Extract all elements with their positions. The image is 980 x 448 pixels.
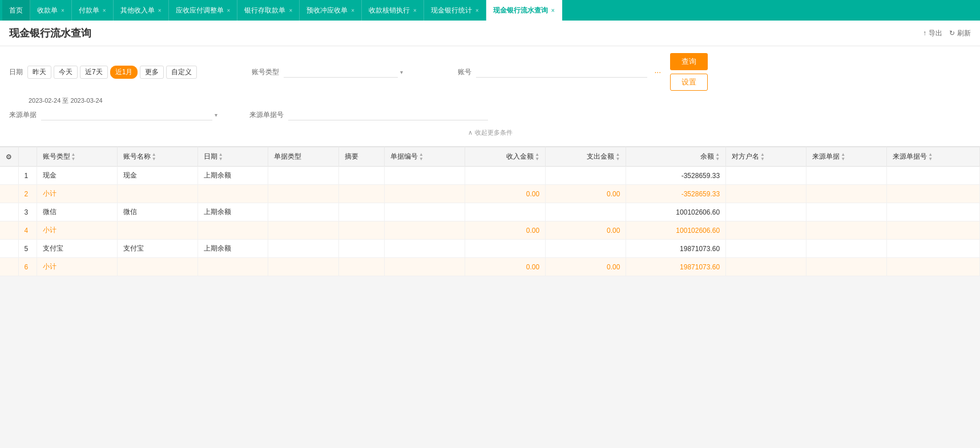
chevron-down-icon[interactable]: ▾ <box>400 69 403 75</box>
nav-tab-payment[interactable]: 付款单 × <box>72 0 114 21</box>
nav-tab-payment-label: 付款单 <box>79 6 99 15</box>
th-source-doc[interactable]: 来源单据▲▼ <box>806 147 887 167</box>
close-icon[interactable]: × <box>413 7 417 14</box>
nav-tab-other-income[interactable]: 其他收入单 × <box>114 0 169 21</box>
th-income[interactable]: 收入金额▲▼ <box>465 147 546 167</box>
th-doc-no[interactable]: 单据编号▲▼ <box>384 147 465 167</box>
source-doc-no-input[interactable] <box>288 110 488 120</box>
nav-tab-receipt-label: 收款单 <box>37 6 58 15</box>
filter-area: 日期 昨天 今天 近7天 近1月 更多 自定义 账号类型 ▾ 账号 ··· <box>0 46 980 147</box>
th-index <box>18 147 37 167</box>
refresh-icon: ↻ <box>949 29 955 37</box>
nav-tab-verify-label: 收款核销执行 <box>369 6 410 15</box>
header-actions: ↑ 导出 ↻ 刷新 <box>923 29 971 38</box>
account-input[interactable] <box>476 67 647 78</box>
source-doc-no-label: 来源单据号 <box>249 110 284 120</box>
account-type-input[interactable] <box>284 67 398 78</box>
source-doc-label: 来源单据 <box>9 110 37 120</box>
close-icon[interactable]: × <box>158 7 162 14</box>
account-filter: 账号 ··· <box>458 67 661 78</box>
date-btn-7days[interactable]: 近7天 <box>80 66 108 79</box>
source-doc-select-wrap: ▾ <box>41 110 217 120</box>
nav-tab-verify[interactable]: 收款核销执行 × <box>362 0 424 21</box>
th-account-name[interactable]: 账号名称▲▼ <box>117 147 197 167</box>
export-button[interactable]: ↑ 导出 <box>923 29 942 38</box>
refresh-label: 刷新 <box>957 29 971 38</box>
account-type-label: 账号类型 <box>252 67 279 77</box>
th-balance[interactable]: 余额▲▼ <box>626 147 726 167</box>
nav-tab-adjustment[interactable]: 应收应付调整单 × <box>169 0 238 21</box>
th-summary: 摘要 <box>338 147 384 167</box>
nav-tab-flow-query-label: 现金银行流水查询 <box>493 6 548 15</box>
table-body: 1现金现金上期余额-3528659.332小计0.000.00-3528659.… <box>0 167 980 276</box>
source-doc-filter: 来源单据 ▾ <box>9 110 217 120</box>
date-filter: 日期 昨天 今天 近7天 近1月 更多 自定义 <box>9 66 197 79</box>
th-account-type[interactable]: 账号类型▲▼ <box>37 147 117 167</box>
top-nav: 首页 收款单 × 付款单 × 其他收入单 × 应收应付调整单 × 银行存取款单 … <box>0 0 980 21</box>
table-container: ⚙ 账号类型▲▼ 账号名称▲▼ 日期▲▼ 单据类型 摘要 单据编号▲▼ 收入金额… <box>0 147 980 276</box>
nav-tab-advance-label: 预收冲应收单 <box>306 6 348 15</box>
date-btn-more[interactable]: 更多 <box>140 66 164 79</box>
more-options-icon[interactable]: ··· <box>654 67 661 76</box>
table-row[interactable]: 6小计0.000.0019871073.60 <box>0 258 980 276</box>
date-range-text: 2023-02-24 至 2023-03-24 <box>29 97 103 104</box>
source-doc-no-filter: 来源单据号 <box>249 110 488 120</box>
nav-tab-adjustment-label: 应收应付调整单 <box>176 6 224 15</box>
action-buttons: 查询 设置 <box>670 53 708 91</box>
table-row[interactable]: 5支付宝支付宝上期余额19871073.60 <box>0 240 980 258</box>
close-icon[interactable]: × <box>351 7 354 14</box>
th-source-doc-no[interactable]: 来源单据号▲▼ <box>887 147 980 167</box>
page-header: 现金银行流水查询 ↑ 导出 ↻ 刷新 <box>0 21 980 46</box>
nav-tab-bank-deposit-label: 银行存取款单 <box>244 6 285 15</box>
chevron-down-icon[interactable]: ▾ <box>215 112 217 118</box>
export-label: 导出 <box>929 29 942 38</box>
nav-tab-other-income-label: 其他收入单 <box>120 6 155 15</box>
table-row[interactable]: 2小计0.000.00-3528659.33 <box>0 185 980 203</box>
date-btn-today[interactable]: 今天 <box>54 66 78 79</box>
collapse-bar[interactable]: ∧ 收起更多条件 <box>9 126 971 139</box>
nav-tab-home[interactable]: 首页 <box>2 0 30 21</box>
th-settings[interactable]: ⚙ <box>0 147 18 167</box>
table-row[interactable]: 1现金现金上期余额-3528659.33 <box>0 167 980 185</box>
collapse-label: 收起更多条件 <box>475 128 513 137</box>
th-doc-type: 单据类型 <box>268 147 338 167</box>
date-btn-1month[interactable]: 近1月 <box>110 66 138 79</box>
close-icon[interactable]: × <box>103 7 106 14</box>
settings-button[interactable]: 设置 <box>670 74 708 91</box>
date-btn-custom[interactable]: 自定义 <box>166 66 197 79</box>
account-type-filter: 账号类型 ▾ <box>252 67 403 78</box>
nav-tab-home-label: 首页 <box>9 6 23 15</box>
refresh-button[interactable]: ↻ 刷新 <box>949 29 971 38</box>
close-icon[interactable]: × <box>289 7 292 14</box>
data-table: ⚙ 账号类型▲▼ 账号名称▲▼ 日期▲▼ 单据类型 摘要 单据编号▲▼ 收入金额… <box>0 147 980 276</box>
nav-tab-flow-query[interactable]: 现金银行流水查询 × <box>486 0 562 21</box>
source-doc-input[interactable] <box>41 110 212 120</box>
nav-tab-advance[interactable]: 预收冲应收单 × <box>300 0 362 21</box>
close-icon[interactable]: × <box>475 7 479 14</box>
th-expense[interactable]: 支出金额▲▼ <box>546 147 626 167</box>
table-row[interactable]: 4小计0.000.00100102606.60 <box>0 221 980 240</box>
filter-row-1: 日期 昨天 今天 近7天 近1月 更多 自定义 账号类型 ▾ 账号 ··· <box>9 53 971 91</box>
filter-row-2: 来源单据 ▾ 来源单据号 <box>9 110 971 120</box>
nav-tab-bank-deposit[interactable]: 银行存取款单 × <box>237 0 300 21</box>
close-icon[interactable]: × <box>61 7 64 14</box>
collapse-icon: ∧ <box>468 129 473 136</box>
date-label: 日期 <box>9 67 23 77</box>
date-options: 昨天 今天 近7天 近1月 更多 自定义 <box>27 66 197 79</box>
account-type-select-wrap: ▾ <box>284 67 403 78</box>
export-icon: ↑ <box>923 29 926 37</box>
th-counterparty[interactable]: 对方户名▲▼ <box>726 147 806 167</box>
table-header-row: ⚙ 账号类型▲▼ 账号名称▲▼ 日期▲▼ 单据类型 摘要 单据编号▲▼ 收入金额… <box>0 147 980 167</box>
close-icon[interactable]: × <box>551 7 555 14</box>
page-title: 现金银行流水查询 <box>9 26 91 40</box>
nav-tab-stats-label: 现金银行统计 <box>431 6 472 15</box>
date-range-display: 2023-02-24 至 2023-03-24 <box>26 96 971 105</box>
nav-tab-stats[interactable]: 现金银行统计 × <box>424 0 486 21</box>
close-icon[interactable]: × <box>227 7 231 14</box>
table-row[interactable]: 3微信微信上期余额100102606.60 <box>0 203 980 221</box>
th-date[interactable]: 日期▲▼ <box>197 147 268 167</box>
query-button[interactable]: 查询 <box>670 53 708 70</box>
account-label: 账号 <box>458 67 471 77</box>
date-btn-yesterday[interactable]: 昨天 <box>27 66 51 79</box>
nav-tab-receipt[interactable]: 收款单 × <box>30 0 72 21</box>
